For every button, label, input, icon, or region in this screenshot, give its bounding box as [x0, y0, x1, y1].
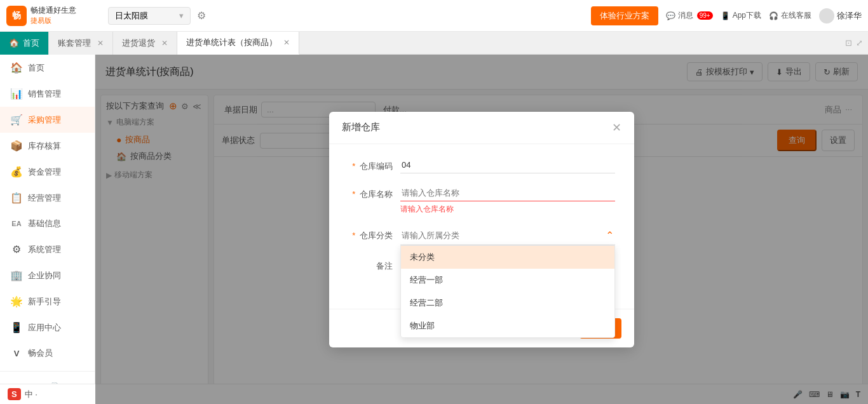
message-btn[interactable]: 💬 消息 99+: [666, 10, 713, 21]
code-label: * 仓库编码: [348, 157, 393, 172]
store-selector[interactable]: 日太阳膜 ▾: [108, 7, 191, 25]
category-field: ⌃ 未分类 经营一部: [400, 226, 615, 245]
remark-label: 备注: [348, 257, 393, 272]
status-text: 中 ·: [25, 389, 37, 400]
app-icon: 📱: [721, 11, 730, 20]
tab-accounts[interactable]: 账套管理 ✕: [49, 32, 113, 55]
sidebar-enterprise-label: 企业协同: [28, 270, 61, 281]
sidebar-item-finance[interactable]: 💰 资金管理: [0, 159, 95, 185]
operations-sidebar-icon: 📋: [10, 192, 23, 204]
logo-area: 畅 畅捷通好生意 捷易版: [6, 6, 102, 26]
name-input[interactable]: [400, 185, 615, 201]
sidebar-item-guide[interactable]: 🌟 新手引导: [0, 288, 95, 314]
main-layout: 🏠 首页 📊 销售管理 🛒 采购管理 📦 库存核算 💰 资金管理 📋 经营管理 …: [0, 55, 868, 404]
dropdown-input-row: ⌃: [400, 226, 615, 245]
app-name: 畅捷通好生意: [31, 6, 76, 16]
sidebar-item-vip[interactable]: V 畅会员: [0, 340, 95, 366]
user-avatar: [819, 8, 834, 24]
dropdown-option-dept2[interactable]: 经营二部: [401, 292, 614, 314]
store-name: 日太阳膜: [115, 10, 148, 22]
system-sidebar-icon: ⚙: [10, 243, 23, 255]
content-area: 进货单统计(按商品) 🖨 按模板打印 ▾ ⬇ 导出 ↻ 刷新: [95, 55, 868, 404]
sidebar-item-apps[interactable]: 📱 应用中心: [0, 314, 95, 340]
tab-accounts-label: 账套管理: [58, 37, 91, 49]
store-dropdown-icon: ▾: [179, 11, 184, 20]
tab-purchase-return-close[interactable]: ✕: [161, 39, 168, 48]
dropdown-option-dept3[interactable]: 物业部: [401, 314, 614, 337]
modal-title: 新增仓库: [342, 121, 380, 133]
category-row: * 仓库分类 ⌃ 未分类: [348, 226, 615, 245]
s-logo: S: [8, 388, 21, 400]
tab-home[interactable]: 🏠 首页: [0, 32, 49, 55]
dropdown-menu: 未分类 经营一部 经营二部 物业部: [400, 245, 615, 338]
sidebar-vip-label: 畅会员: [28, 347, 53, 359]
tab-purchase-stats-label: 进货单统计表（按商品）: [186, 37, 277, 48]
category-input[interactable]: [402, 231, 606, 240]
top-actions: 体验行业方案 💬 消息 99+ 📱 App下载 🎧 在线客服 徐泽华: [591, 6, 862, 25]
name-label: * 仓库名称: [348, 185, 393, 200]
sidebar: 🏠 首页 📊 销售管理 🛒 采购管理 📦 库存核算 💰 资金管理 📋 经营管理 …: [0, 55, 95, 404]
sidebar-purchase-label: 采购管理: [28, 114, 61, 126]
sidebar-guide-label: 新手引导: [28, 296, 61, 307]
status-left: S 中 ·: [8, 388, 37, 400]
sidebar-finance-label: 资金管理: [28, 166, 61, 178]
trial-button[interactable]: 体验行业方案: [591, 6, 658, 25]
code-input[interactable]: [400, 157, 615, 173]
sidebar-item-enterprise[interactable]: 🏢 企业协同: [0, 262, 95, 288]
tab-accounts-close[interactable]: ✕: [97, 39, 104, 48]
name-error: 请输入仓库名称: [400, 204, 615, 215]
sales-sidebar-icon: 📊: [10, 88, 23, 100]
sidebar-item-purchase[interactable]: 🛒 采购管理: [0, 107, 95, 133]
modal-header: 新增仓库 ✕: [329, 112, 634, 144]
sidebar-home-label: 首页: [28, 62, 44, 74]
dropdown-option-uncategorized[interactable]: 未分类: [401, 246, 614, 269]
tab-bar: 🏠 首页 账套管理 ✕ 进货退货 ✕ 进货单统计表（按商品） ✕ ⊡ ⤢: [0, 32, 868, 55]
category-dropdown: ⌃ 未分类 经营一部: [400, 226, 615, 245]
sidebar-inventory-label: 库存核算: [28, 140, 61, 152]
sidebar-sales-label: 销售管理: [28, 88, 61, 100]
tab-purchase-return[interactable]: 进货退货 ✕: [113, 32, 177, 55]
apps-sidebar-icon: 📱: [10, 321, 23, 333]
sidebar-item-basic[interactable]: EA 基础信息: [0, 211, 95, 236]
sidebar-item-home[interactable]: 🏠 首页: [0, 55, 95, 81]
vip-sidebar-icon: V: [10, 349, 23, 358]
user-area[interactable]: 徐泽华: [819, 8, 862, 24]
finance-sidebar-icon: 💰: [10, 166, 23, 178]
message-badge: 99+: [697, 11, 713, 20]
code-field: [400, 157, 615, 173]
modal-close-btn[interactable]: ✕: [612, 121, 621, 135]
headset-icon: 🎧: [769, 11, 778, 20]
sidebar-operations-label: 经营管理: [28, 192, 61, 204]
sidebar-apps-label: 应用中心: [28, 322, 61, 333]
purchase-sidebar-icon: 🛒: [10, 114, 23, 126]
tab-fullscreen-icon[interactable]: ⤢: [856, 38, 863, 48]
sidebar-item-operations[interactable]: 📋 经营管理: [0, 185, 95, 211]
tab-home-label: 首页: [23, 37, 39, 49]
tab-restore-icon[interactable]: ⊡: [845, 38, 852, 48]
guide-sidebar-icon: 🌟: [10, 295, 23, 307]
inventory-sidebar-icon: 📦: [10, 140, 23, 152]
message-label: 消息: [678, 10, 693, 21]
sidebar-basic-label: 基础信息: [28, 218, 61, 229]
app-label: App下载: [733, 10, 761, 21]
settings-icon[interactable]: ⚙: [197, 10, 206, 22]
sidebar-system-label: 系统管理: [28, 244, 61, 255]
sidebar-item-system[interactable]: ⚙ 系统管理: [0, 236, 95, 262]
code-row: * 仓库编码: [348, 157, 615, 173]
logo-icon: 畅: [6, 6, 27, 26]
home-icon: 🏠: [9, 38, 19, 48]
modal-new-warehouse: 新增仓库 ✕ * 仓库编码: [329, 112, 634, 347]
dropdown-option-dept1[interactable]: 经营一部: [401, 269, 614, 292]
tab-purchase-stats[interactable]: 进货单统计表（按商品） ✕: [177, 32, 299, 55]
service-btn[interactable]: 🎧 在线客服: [769, 10, 811, 21]
enterprise-sidebar-icon: 🏢: [10, 269, 23, 281]
tab-controls: ⊡ ⤢: [840, 38, 868, 48]
sidebar-item-inventory[interactable]: 📦 库存核算: [0, 133, 95, 159]
modal-overlay: 新增仓库 ✕ * 仓库编码: [95, 55, 868, 404]
dropdown-arrow-icon[interactable]: ⌃: [606, 229, 614, 241]
tab-purchase-stats-close[interactable]: ✕: [283, 38, 290, 47]
sidebar-item-sales[interactable]: 📊 销售管理: [0, 81, 95, 107]
tab-purchase-return-label: 进货退货: [122, 37, 155, 49]
name-field: 请输入仓库名称: [400, 185, 615, 215]
app-download-btn[interactable]: 📱 App下载: [721, 10, 761, 21]
